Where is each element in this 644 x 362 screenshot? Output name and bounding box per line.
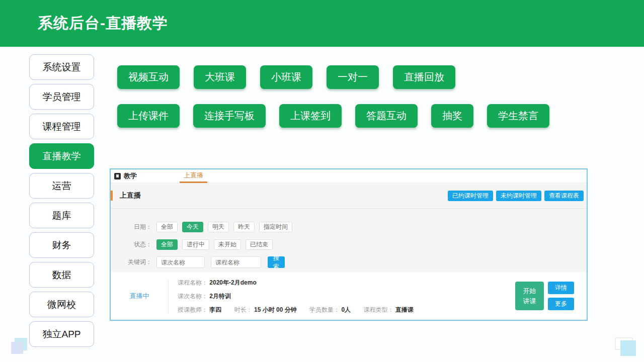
section-actions: 已约课时管理 未约课时管理 查看课程表 [448,191,584,201]
details-button[interactable]: 详情 [548,282,574,294]
more-button[interactable]: 更多 [548,298,574,310]
search-button[interactable]: 搜索 [268,256,285,268]
teacher-group: 授课教师： 李四 [178,306,223,313]
lesson-name-line: 课次名称： 2月特训 [178,293,515,300]
session-actions: 开始 讲课 详情 更多 [515,282,574,310]
start-teaching-line1: 开始 [523,286,536,296]
duration-label: 时长： [234,306,253,313]
view-timetable-button[interactable]: 查看课程表 [544,191,584,201]
row-divider [168,279,169,313]
feature-large-class-button[interactable]: 大班课 [194,65,246,89]
date-option-all[interactable]: 全部 [156,222,178,232]
teacher-value: 李四 [209,306,221,313]
filters: 日期： 全部 今天 明天 昨天 指定时间 状态： 全部 进行中 未开始 已结束 … [111,209,587,268]
feature-connect-tablet-button[interactable]: 连接手写板 [193,104,266,128]
course-name-line: 课程名称： 2020年-2月demo [178,279,515,286]
session-meta-line: 授课教师： 李四 时长： 15 小时 00 分钟 学员数量： 0人 课程类型： … [178,306,515,313]
start-teaching-line2: 讲课 [523,296,536,306]
sidebar-item-data[interactable]: 数据 [29,262,94,288]
sidebar-item-course-management[interactable]: 课程管理 [29,114,94,139]
sidebar-item-student-management[interactable]: 学员管理 [29,84,94,110]
panel-section-header: 上直播 已约课时管理 未约课时管理 查看课程表 [111,183,587,209]
page: 系统后台-直播教学 系统设置 学员管理 课程管理 直播教学 运营 题库 财务 数… [0,0,644,362]
unbooked-lessons-button[interactable]: 未约课时管理 [496,191,541,201]
section-accent-bar [111,191,113,201]
duration-group: 时长： 15 小时 00 分钟 [234,306,298,313]
student-count-value: 0人 [341,306,351,313]
sidebar-item-independent-app[interactable]: 独立APP [29,321,94,347]
sidebar-item-finance[interactable]: 财务 [29,232,94,258]
feature-student-mute-button[interactable]: 学生禁言 [487,104,549,128]
feature-small-class-button[interactable]: 小班课 [260,65,312,89]
secondary-actions: 详情 更多 [548,282,574,310]
section-title: 上直播 [120,191,141,200]
lesson-name-label: 课次名称： [178,293,208,300]
live-status-badge: 直播中 [111,292,168,301]
booked-lessons-button[interactable]: 已约课时管理 [448,191,493,201]
feature-row-2: 上传课件 连接手写板 上课签到 答题互动 抽奖 学生禁言 [117,104,549,128]
date-filter-row: 日期： 全部 今天 明天 昨天 指定时间 [122,221,587,233]
date-option-tomorrow[interactable]: 明天 [208,222,229,232]
feature-lottery-button[interactable]: 抽奖 [431,104,473,128]
feature-upload-courseware-button[interactable]: 上传课件 [117,104,180,128]
course-name-label: 课程名称： [178,279,208,286]
live-admin-panel: 教学 上直播 上直播 已约课时管理 未约课时管理 查看课程表 日期： 全部 今天… [110,168,588,321]
course-name-value: 2020年-2月demo [209,279,256,286]
keyword-filter-label: 关键词： [122,258,152,266]
course-type-group: 课程类型： 直播课 [363,306,413,313]
clipboard-icon [114,173,121,179]
sidebar-item-system-settings[interactable]: 系统设置 [29,54,94,80]
status-option-not-started[interactable]: 未开始 [214,239,241,250]
page-header: 系统后台-直播教学 [0,0,644,47]
teacher-label: 授课教师： [178,306,208,313]
course-type-label: 课程类型： [363,306,393,313]
sidebar-item-operations[interactable]: 运营 [29,173,94,199]
status-option-ended[interactable]: 已结束 [246,239,273,250]
feature-live-replay-button[interactable]: 直播回放 [393,65,455,89]
sidebar: 系统设置 学员管理 课程管理 直播教学 运营 题库 财务 数据 微网校 独立AP… [29,54,94,351]
sidebar-item-question-bank[interactable]: 题库 [29,203,94,228]
feature-video-interaction-button[interactable]: 视频互动 [117,65,180,89]
course-type-value: 直播课 [395,306,414,313]
status-filter-row: 状态： 全部 进行中 未开始 已结束 [122,239,587,250]
live-session-row: 直播中 课程名称： 2020年-2月demo 课次名称： 2月特训 授课教师： … [111,272,587,320]
date-option-custom-time[interactable]: 指定时间 [259,222,292,232]
lesson-name-input[interactable] [156,256,205,268]
status-option-all[interactable]: 全部 [156,239,178,250]
keyword-filter-row: 关键词： 搜索 [122,256,587,268]
tab-go-live[interactable]: 上直播 [180,169,207,183]
status-option-in-progress[interactable]: 进行中 [182,239,209,250]
date-filter-label: 日期： [122,223,152,231]
panel-brand-label: 教学 [124,171,137,180]
decor-square-purple-left [11,342,23,354]
sidebar-item-live-teaching[interactable]: 直播教学 [29,143,94,169]
course-name-input[interactable] [211,256,261,268]
status-filter-label: 状态： [122,240,152,249]
student-count-label: 学员数量： [309,306,340,313]
session-details: 课程名称： 2020年-2月demo 课次名称： 2月特训 授课教师： 李四 时… [178,279,515,313]
feature-quiz-interaction-button[interactable]: 答题互动 [355,104,418,128]
date-option-today[interactable]: 今天 [182,222,203,232]
page-title: 系统后台-直播教学 [38,0,168,47]
sidebar-item-micro-school[interactable]: 微网校 [29,292,94,317]
feature-one-on-one-button[interactable]: 一对一 [327,65,379,89]
duration-value: 15 小时 00 分钟 [254,306,297,313]
feature-class-signin-button[interactable]: 上课签到 [279,104,342,128]
feature-row-1: 视频互动 大班课 小班课 一对一 直播回放 [117,65,455,89]
student-count-group: 学员数量： 0人 [309,306,352,313]
lesson-name-value: 2月特训 [209,293,231,300]
date-option-yesterday[interactable]: 昨天 [233,222,255,232]
start-teaching-button[interactable]: 开始 讲课 [515,282,544,310]
decor-square-cyan-right [620,340,636,356]
panel-topbar: 教学 上直播 [111,169,587,183]
